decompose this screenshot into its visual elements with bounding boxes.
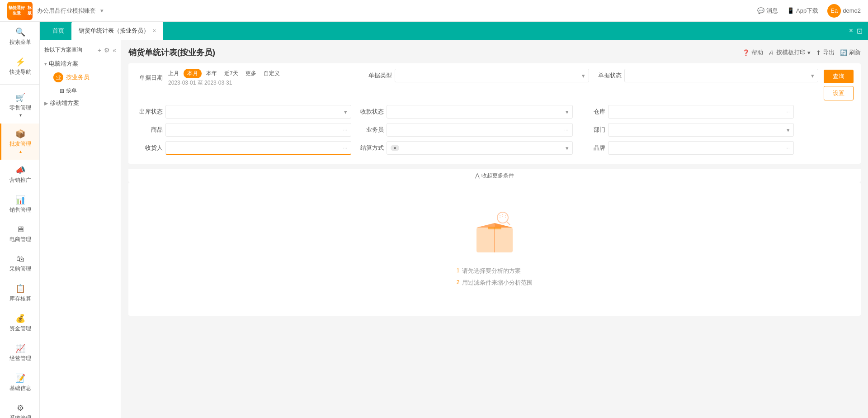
settlement-clear-btn[interactable]: × <box>393 145 396 151</box>
ops-icon: 📈 <box>3 343 38 353</box>
top-bar: 畅捷通好生意 标版 办公用品行业模拟账套 ▾ 💬 消息 📱 App下载 Ea d… <box>0 0 868 22</box>
top-bar-left: 畅捷通好生意 标版 办公用品行业模拟账套 ▾ <box>7 2 104 20</box>
empty-tips: 1 请先选择要分析的方案 2 用过滤条件来缩小分析范围 <box>457 265 533 289</box>
panel-header: 按以下方案查询 + ⚙ « <box>40 44 121 57</box>
sidebar-item-marketing[interactable]: 📣 营销推广 <box>0 160 39 190</box>
date-tab-more[interactable]: 更多 <box>243 69 259 78</box>
template-print-btn[interactable]: 🖨 按模板打印 ▾ <box>769 48 811 57</box>
user-menu[interactable]: Ea demo2 <box>827 4 861 18</box>
date-tab-7days[interactable]: 近7天 <box>222 69 241 78</box>
sidebar-item-system[interactable]: ⚙ 系统管理 <box>0 398 39 418</box>
sidebar-item-base[interactable]: 📝 基础信息 <box>0 368 39 398</box>
goods-label: 商品 <box>136 126 163 134</box>
base-icon: 📝 <box>3 373 38 383</box>
add-scheme-btn[interactable]: + <box>98 47 101 54</box>
brand-label: 品牌 <box>578 144 605 152</box>
scheme-settings-btn[interactable]: ⚙ <box>104 47 110 54</box>
page-header: 销货单统计表(按业务员) ❓ 帮助 🖨 按模板打印 ▾ ⬆ <box>128 47 861 58</box>
app-download-btn[interactable]: 📱 App下载 <box>787 7 818 15</box>
export-icon: ⬆ <box>816 49 821 56</box>
app-title: 办公用品行业模拟账套 <box>37 7 96 15</box>
settlement-label: 结算方式 <box>357 144 384 152</box>
window-close-btn[interactable]: × <box>849 27 853 35</box>
doc-type-input[interactable]: ▾ <box>395 69 589 82</box>
print-dropdown-icon: ▾ <box>807 49 811 56</box>
window-maximize-btn[interactable]: ⊡ <box>857 27 863 35</box>
print-icon: 🖨 <box>769 49 774 56</box>
search-icon: 🔍 <box>3 27 38 37</box>
tree-arrow-mobile: ▶ <box>44 100 48 106</box>
goods-dots: ··· <box>343 127 347 133</box>
sidebar: 🔍 搜索菜单 ⚡ 快捷导航 🛒 零售管理 ▾ 📦 批发管理 ▴ 📣 营销推广 📊… <box>0 22 40 418</box>
out-status-input[interactable]: ▾ <box>165 105 351 119</box>
doc-type-label: 单据类型 <box>365 71 392 80</box>
collapse-bar[interactable]: ⋀ 收起更多条件 <box>128 169 861 182</box>
panel-collapse-btn[interactable]: « <box>113 47 116 54</box>
retail-icon: 🛒 <box>3 93 38 103</box>
system-icon: ⚙ <box>3 403 38 413</box>
filter-card: 单据日期 上月 本月 本年 近7天 更多 自定义 20 <box>128 63 861 164</box>
tree-mobile-section[interactable]: ▶ 移动端方案 <box>40 97 121 109</box>
warehouse-dots: ··· <box>785 109 790 115</box>
wholesale-arrow: ▴ <box>19 149 22 154</box>
doc-status-label: 单据状态 <box>594 71 622 80</box>
salesperson-dots: ··· <box>564 127 569 133</box>
tab-close-btn[interactable]: × <box>153 28 156 34</box>
brand-input[interactable]: ··· <box>608 141 794 155</box>
main-layout: 🔍 搜索菜单 ⚡ 快捷导航 🛒 零售管理 ▾ 📦 批发管理 ▴ 📣 营销推广 📊… <box>0 22 868 418</box>
tab-active[interactable]: 销货单统计表（按业务员） × <box>71 22 163 40</box>
collect-status-input[interactable]: ▾ <box>387 105 572 119</box>
warehouse-label: 仓库 <box>578 108 605 116</box>
sidebar-item-quick-nav[interactable]: ⚡ 快捷导航 <box>0 52 39 81</box>
refresh-btn[interactable]: 🔄 刷新 <box>840 48 861 57</box>
settlement-input[interactable]: × ▾ <box>387 141 572 155</box>
tab-home[interactable]: 首页 <box>45 22 71 40</box>
tree-sub-salesperson[interactable]: 业 按业务员 <box>40 70 121 85</box>
salesperson-icon: 业 <box>53 72 63 82</box>
empty-illustration <box>467 209 522 256</box>
sidebar-item-sales[interactable]: 📊 销售管理 <box>0 190 39 219</box>
finance-icon: 💰 <box>3 314 38 323</box>
sidebar-item-inventory[interactable]: 📋 库存核算 <box>0 278 39 308</box>
sidebar-item-finance[interactable]: 💰 资金管理 <box>0 308 39 338</box>
tree-pc-section[interactable]: ▾ 电脑端方案 <box>40 57 121 70</box>
sales-icon: 📊 <box>3 195 38 205</box>
warehouse-input[interactable]: ··· <box>608 105 794 119</box>
help-icon: ❓ <box>742 49 750 56</box>
dropdown-icon[interactable]: ▾ <box>100 7 104 14</box>
goods-input[interactable]: ··· <box>165 123 351 137</box>
date-tab-cur-month[interactable]: 本月 <box>184 69 202 78</box>
receiver-input[interactable]: ··· <box>165 141 351 155</box>
settings-button[interactable]: 设置 <box>824 86 854 100</box>
out-status-label: 出库状态 <box>136 108 163 116</box>
sidebar-item-ops[interactable]: 📈 经营管理 <box>0 338 39 368</box>
export-btn[interactable]: ⬆ 导出 <box>816 48 835 57</box>
date-tabs: 上月 本月 本年 近7天 更多 自定义 <box>165 69 283 78</box>
tip-item-2: 2 用过滤条件来缩小分析范围 <box>457 277 533 289</box>
date-tab-year[interactable]: 本年 <box>203 69 220 78</box>
doc-status-input[interactable]: ▾ <box>624 69 818 82</box>
collect-status-label: 收款状态 <box>357 108 384 116</box>
sidebar-item-retail[interactable]: 🛒 零售管理 ▾ <box>0 87 39 124</box>
tab-bar: 首页 销货单统计表（按业务员） × × ⊡ <box>40 22 868 40</box>
left-panel: 按以下方案查询 + ⚙ « ▾ 电脑端方案 业 按业务员 <box>40 40 121 418</box>
query-button[interactable]: 查询 <box>824 70 854 83</box>
message-btn[interactable]: 💬 消息 <box>757 7 778 15</box>
receiver-label: 收货人 <box>136 144 163 152</box>
date-tab-prev-month[interactable]: 上月 <box>165 69 182 78</box>
out-status-arrow: ▾ <box>344 109 347 115</box>
dept-input[interactable]: ▾ <box>608 123 794 137</box>
sidebar-item-wholesale[interactable]: 📦 批发管理 ▴ <box>0 124 39 160</box>
sidebar-item-search[interactable]: 🔍 搜索菜单 <box>0 22 39 52</box>
date-label: 单据日期 <box>136 74 163 82</box>
date-tab-custom[interactable]: 自定义 <box>261 69 283 78</box>
salesperson-input[interactable]: ··· <box>387 123 572 137</box>
message-icon: 💬 <box>757 7 764 14</box>
sidebar-item-ecommerce[interactable]: 🖥 电商管理 <box>0 219 39 249</box>
doc-status-arrow: ▾ <box>811 72 814 79</box>
tree-sub-order[interactable]: ⊞ 按单 <box>40 85 121 97</box>
help-btn[interactable]: ❓ 帮助 <box>742 48 763 57</box>
svg-line-4 <box>506 221 510 225</box>
sidebar-item-purchase[interactable]: 🛍 采购管理 <box>0 249 39 278</box>
filter-btn-col: 查询 设置 <box>824 69 854 100</box>
